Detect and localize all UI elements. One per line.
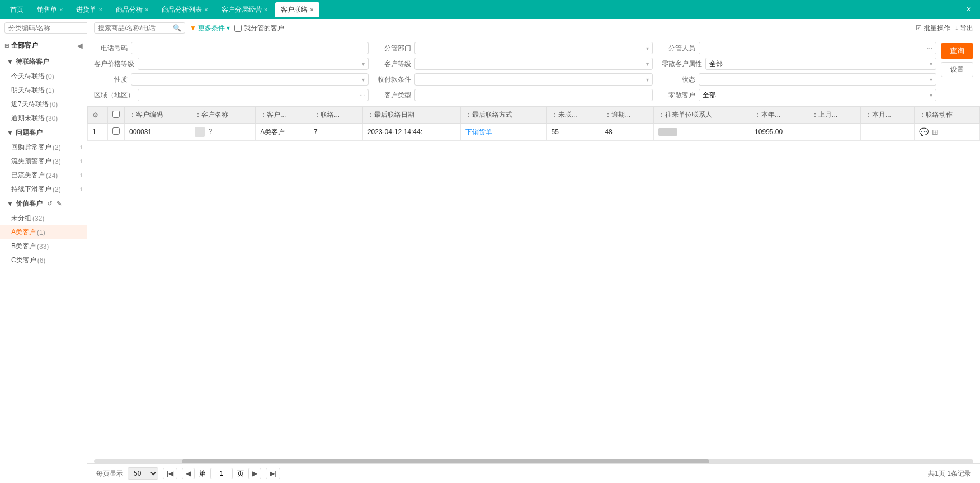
filter-region-input[interactable]: ··· [138,89,369,101]
col-action-header[interactable]: ：联络动作 [914,107,979,124]
nav-customer-contact[interactable]: 客户联络 × [275,2,319,17]
prev-page-button[interactable]: ◀ [182,468,195,479]
cell-last-contact-date: 2023-04-12 14:44: [362,124,460,141]
price-level-input[interactable] [142,60,362,68]
col-last-month-header[interactable]: ：上月... [807,107,861,124]
refresh-icon[interactable]: ↺ [47,200,52,207]
cell-checkbox[interactable] [108,124,125,141]
col-no-contact-header[interactable]: ：未联... [546,107,600,124]
more-filters-btn[interactable]: ▼ 更多条件 ▾ [190,23,230,33]
close-contact-icon[interactable]: × [310,6,313,13]
nav-sales[interactable]: 销售单 × [31,2,68,17]
status-input[interactable] [703,75,930,83]
customer-type-input[interactable] [418,91,648,99]
filter-status-input[interactable]: ▾ [699,73,936,86]
nav-home[interactable]: 首页 [4,2,29,17]
col-contact-count-header[interactable]: ：联络... [309,107,363,124]
close-segment-icon[interactable]: × [264,6,267,13]
select-all-checkbox[interactable] [112,111,120,118]
collapse-icon: ◀ [77,42,82,50]
sidebar-item-class-a[interactable]: A类客户 (1) [0,225,87,239]
col-checkbox-header[interactable] [108,107,125,124]
nav-purchase[interactable]: 进货单 × [70,2,107,17]
last-page-button[interactable]: ▶| [266,468,280,479]
payment-input[interactable] [418,75,646,83]
sidebar-group-problem[interactable]: ▼ 问题客户 [0,125,87,140]
filter-person-input[interactable]: ··· [699,42,936,54]
chat-action-icon[interactable]: 💬 [919,127,929,136]
batch-ops-icon: ☑ [916,24,922,32]
page-number-input[interactable] [210,468,233,479]
customer-level-input[interactable] [418,60,646,68]
dept-input[interactable] [418,44,646,52]
close-purchase-icon[interactable]: × [98,6,102,13]
retail-attr-input[interactable] [709,60,930,68]
filter-retail-attr-input[interactable]: ▾ [705,58,936,70]
sidebar-item-overdue-pending[interactable]: 逾期未联络 (30) [0,111,87,125]
col-this-year-header[interactable]: ：本年... [750,107,807,124]
filter-phone-input[interactable] [131,42,369,54]
sidebar-item-tomorrow-pending[interactable]: 明天待联络 (1) [0,83,87,97]
export-button[interactable]: ↓ 导出 [955,23,973,33]
last-contact-method-link[interactable]: 下销货单 [465,128,492,136]
my-customers-checkbox[interactable] [234,25,242,32]
filter-nature-input[interactable]: ▾ [131,73,369,86]
col-overdue-header[interactable]: ：逾期... [600,107,654,124]
col-level-header[interactable]: ：客户... [256,107,309,124]
person-input[interactable] [703,44,927,52]
col-this-month-header[interactable]: ：本月... [860,107,914,124]
col-name-header[interactable]: ：客户名称 [190,107,256,124]
edit-icon[interactable]: ✎ [56,200,62,207]
row-checkbox[interactable] [112,127,120,135]
settings-button[interactable]: 设置 [941,62,973,77]
cell-last-contact-method[interactable]: 下销货单 [460,124,546,141]
table-settings-icon[interactable]: ⚙ [92,111,98,119]
sidebar-item-today-pending[interactable]: 今天待联络 (0) [0,69,87,83]
phone-input[interactable] [135,44,365,52]
sidebar-item-churned[interactable]: 已流失客户 (24) ℹ [0,168,87,182]
sidebar-item-class-c[interactable]: C类客户 (6) [0,253,87,267]
col-code-header[interactable]: ：客户编码 [125,107,190,124]
filter-dept-input[interactable]: ▾ [414,42,652,54]
nav-customer-segment[interactable]: 客户分层经营 × [216,2,273,17]
close-analysis-list-icon[interactable]: × [204,6,208,13]
col-last-contact-date-header[interactable]: ：最后联络日期 [362,107,460,124]
filter-search-icon[interactable]: 🔍 [173,24,181,32]
filter-price-level: 客户价格等级 ▾ [94,58,369,70]
filter-price-level-input[interactable]: ▾ [138,58,369,70]
first-page-button[interactable]: |◀ [163,468,177,479]
col-gear-header[interactable]: ⚙ [88,107,108,124]
window-close-button[interactable]: × [962,3,976,16]
sidebar-item-repurchase-abnormal[interactable]: 回购异常客户 (2) ℹ [0,140,87,154]
per-page-select[interactable]: 50 20 100 [128,467,158,480]
nav-analysis-list[interactable]: 商品分析列表 × [156,2,213,17]
qr-action-icon[interactable]: ⊞ [932,127,939,136]
my-customers-filter[interactable]: 我分管的客户 [234,23,284,33]
filter-retail-customer-input[interactable]: ▾ [699,89,936,101]
batch-ops-button[interactable]: ☑ 批量操作 [916,23,950,33]
filter-search-input[interactable] [98,24,171,32]
sidebar-item-churn-warning[interactable]: 流失预警客户 (3) ℹ [0,154,87,168]
col-last-contact-method-header[interactable]: ：最后联络方式 [460,107,546,124]
close-analysis-icon[interactable]: × [145,6,148,13]
sidebar-item-class-b[interactable]: B类客户 (33) [0,239,87,253]
retail-customer-input[interactable] [703,91,930,99]
filter-customer-type-input[interactable] [414,89,652,101]
sidebar-group-pending[interactable]: ▼ 待联络客户 [0,54,87,69]
sidebar-search-input[interactable] [4,22,87,34]
filter-customer-level-input[interactable]: ▾ [414,58,652,70]
sidebar-item-7days-pending[interactable]: 近7天待联络 (0) [0,97,87,111]
close-sales-icon[interactable]: × [59,6,63,13]
nature-input[interactable] [135,75,362,83]
filter-row-1: 电话号码 分管部门 ▾ [94,42,936,54]
sidebar-group-value[interactable]: ▼ 价值客户 ↺ ✎ [0,196,87,211]
sidebar-item-declining[interactable]: 持续下滑客户 (2) ℹ [0,182,87,196]
next-page-button[interactable]: ▶ [248,468,261,479]
query-button[interactable]: 查询 [941,43,973,59]
nav-analysis[interactable]: 商品分析 × [110,2,154,17]
sidebar-item-unclassified[interactable]: 未分组 (32) [0,211,87,225]
col-contact-person-header[interactable]: ：往来单位联系人 [654,107,750,124]
filter-payment-input[interactable]: ▾ [414,73,652,86]
sidebar-all-customers[interactable]: ⊞ 全部客户 ◀ [0,37,87,54]
region-input[interactable] [142,91,359,99]
